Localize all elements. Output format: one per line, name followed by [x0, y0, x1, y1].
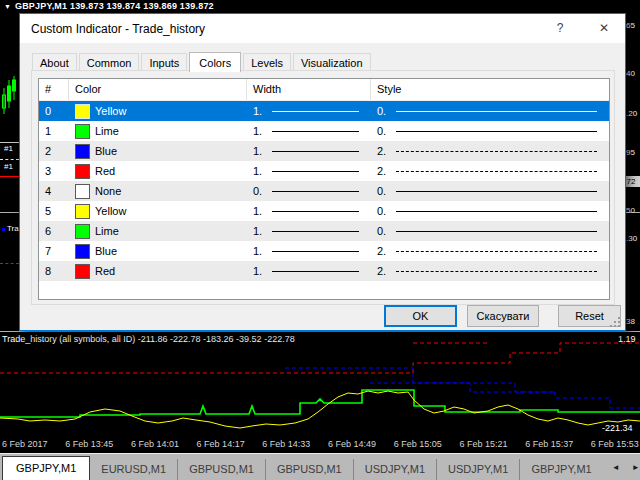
row-color-cell: Red [69, 261, 247, 281]
row-color-cell: None [69, 181, 247, 201]
price-scale-label: 50 [626, 206, 635, 215]
dialog-tab[interactable]: Visualization [293, 53, 371, 71]
col-header-style: Style [371, 79, 609, 100]
color-name: Lime [95, 225, 119, 237]
width-value: 1. [253, 205, 268, 217]
row-width-cell: 1. [247, 241, 371, 261]
style-line-sample [396, 251, 597, 252]
time-axis-label: 6 Feb 14:49 [328, 439, 376, 453]
color-name: Red [95, 165, 115, 177]
color-name: Yellow [95, 105, 126, 117]
style-value: 2. [377, 165, 392, 177]
order-label-1: #1 [4, 144, 13, 153]
chart-tab[interactable]: GBPUSD,M1 [265, 459, 353, 480]
tab-scroll-controls: ◄ ► [603, 454, 640, 480]
tab-scroll-left-icon[interactable]: ◄ [612, 463, 620, 472]
order-line-red [0, 176, 19, 177]
dialog-tab[interactable]: Common [79, 53, 140, 71]
dialog-tab[interactable]: About [32, 53, 77, 71]
row-color-cell: Blue [69, 241, 247, 261]
row-index: 0 [39, 101, 69, 121]
width-value: 1. [253, 105, 268, 117]
chart-tab[interactable]: GBPUSD,M1 [177, 459, 265, 480]
width-value: 0. [253, 185, 268, 197]
row-style-cell: 0. [371, 101, 609, 121]
color-name: Red [95, 265, 115, 277]
time-axis[interactable]: 6 Feb 20176 Feb 13:456 Feb 14:016 Feb 14… [0, 437, 640, 453]
indicator-chart [0, 331, 640, 436]
color-swatch [75, 264, 90, 279]
style-line-sample [396, 151, 597, 152]
price-scale-label: .20 [626, 109, 637, 118]
dialog-tab[interactable]: Levels [243, 53, 291, 71]
chart-tab[interactable]: USDJPY,M1 [353, 459, 436, 480]
color-table-row[interactable]: 2 Blue 1. 2. [39, 141, 609, 161]
dialog-help-button[interactable]: ? [545, 18, 575, 39]
lime-series [0, 390, 640, 417]
col-header-number: # [39, 79, 69, 100]
width-line-sample [272, 251, 359, 252]
chart-tab[interactable]: GBPJPY,M1 [519, 459, 602, 480]
color-swatch [75, 204, 90, 219]
row-width-cell: 1. [247, 201, 371, 221]
color-table-row[interactable]: 6 Lime 1. 0. [39, 221, 609, 241]
row-color-cell: Blue [69, 141, 247, 161]
time-axis-label: 6 Feb 15:37 [525, 439, 573, 453]
time-axis-label: 6 Feb 14:01 [131, 439, 179, 453]
dialog-title-bar[interactable]: Custom Indicator - Trade_history ? ✕ [20, 14, 625, 43]
row-index: 1 [39, 121, 69, 141]
row-color-cell: Yellow [69, 201, 247, 221]
dialog-tab[interactable]: Inputs [141, 53, 187, 71]
color-name: None [95, 185, 121, 197]
width-line-sample [272, 131, 359, 132]
row-color-cell: Yellow [69, 101, 247, 121]
resize-grip[interactable] [609, 316, 621, 328]
color-table-row[interactable]: 5 Yellow 1. 0. [39, 201, 609, 221]
color-table-row[interactable]: 3 Red 1. 2. [39, 161, 609, 181]
width-value: 1. [253, 225, 268, 237]
width-line-sample [272, 151, 359, 152]
subwindow-a-label-fragment: Tra [7, 224, 19, 233]
row-width-cell: 1. [247, 261, 371, 281]
chart-menu-arrow-icon[interactable]: ▼ [4, 0, 11, 13]
tab-scroll-right-icon[interactable]: ► [632, 463, 640, 472]
color-table-row[interactable]: 1 Lime 1. 0. [39, 121, 609, 141]
indicator-status-text: Trade_history (all symbols, all ID) -211… [2, 334, 295, 344]
order-line-silver [0, 142, 19, 143]
price-scale-label: 40 [626, 69, 635, 78]
width-line-sample [272, 271, 359, 272]
style-line-sample [396, 131, 597, 132]
ok-button[interactable]: OK [384, 305, 457, 327]
width-line-sample [272, 211, 359, 212]
chart-tab-bar: GBPJPY,M1EURUSD,M1GBPUSD,M1GBPUSD,M1USDJ… [0, 453, 640, 480]
color-table-row[interactable]: 8 Red 1. 2. [39, 261, 609, 281]
dialog-close-button[interactable]: ✕ [589, 18, 619, 39]
style-value: 0. [377, 105, 392, 117]
subwindow-separator-2[interactable] [0, 331, 640, 332]
chart-tab[interactable]: USDJPY,M1 [436, 459, 519, 480]
quote-text: GBPJPY,M1 139.873 139.874 139.869 139.87… [15, 1, 214, 11]
row-style-cell: 0. [371, 201, 609, 221]
dialog-tab[interactable]: Colors [189, 52, 241, 72]
color-table-row[interactable]: 7 Blue 1. 2. [39, 241, 609, 261]
style-line-sample [396, 271, 597, 272]
color-table-row[interactable]: 4 None 0. 0. [39, 181, 609, 201]
cancel-button[interactable]: Скасувати [467, 305, 539, 327]
dialog-tab-strip: AboutCommonInputsColorsLevelsVisualizati… [32, 51, 373, 71]
color-swatch [75, 164, 90, 179]
width-line-sample [272, 231, 359, 232]
color-swatch [75, 124, 90, 139]
style-value: 0. [377, 225, 392, 237]
chart-tabs: GBPJPY,M1EURUSD,M1GBPUSD,M1GBPUSD,M1USDJ… [0, 456, 603, 480]
subwindow-a-red-line [0, 263, 19, 264]
color-table-row[interactable]: 0 Yellow 1. 0. [39, 101, 609, 121]
chart-tab[interactable]: GBPJPY,M1 [2, 456, 90, 480]
width-line-sample [272, 191, 359, 192]
chart-tab[interactable]: EURUSD,M1 [90, 459, 177, 480]
row-style-cell: 0. [371, 181, 609, 201]
time-axis-label: 6 Feb 14:33 [262, 439, 310, 453]
row-width-cell: 0. [247, 181, 371, 201]
col-header-color: Color [69, 79, 247, 100]
chart-quote-bar: ▼GBPJPY,M1 139.873 139.874 139.869 139.8… [0, 0, 640, 13]
width-value: 1. [253, 245, 268, 257]
